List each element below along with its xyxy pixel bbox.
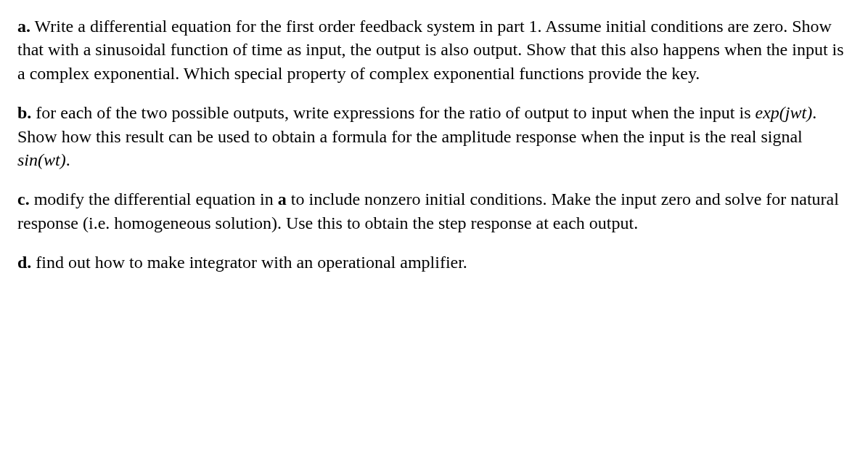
question-b-math-1: exp(jwt)	[756, 103, 813, 122]
question-b-math-2: sin(wt)	[17, 150, 66, 169]
question-a-text: Write a differential equation for the fi…	[17, 17, 844, 83]
question-c-bold-a-ref: a	[278, 190, 287, 208]
question-d: d. find out how to make integrator with …	[17, 251, 851, 274]
question-d-label: d.	[17, 253, 31, 272]
question-d-text: find out how to make integrator with an …	[31, 253, 467, 272]
question-b: b. for each of the two possible outputs,…	[17, 101, 851, 171]
question-c-label: c.	[17, 190, 30, 208]
question-c: c. modify the differential equation in a…	[17, 187, 851, 235]
question-b-text-3: .	[66, 150, 70, 169]
question-a: a. Write a differential equation for the…	[17, 15, 851, 85]
question-a-label: a.	[17, 17, 30, 36]
question-b-label: b.	[17, 103, 31, 122]
question-b-text-1: for each of the two possible outputs, wr…	[31, 103, 755, 122]
question-c-text-1: modify the differential equation in	[30, 190, 278, 208]
